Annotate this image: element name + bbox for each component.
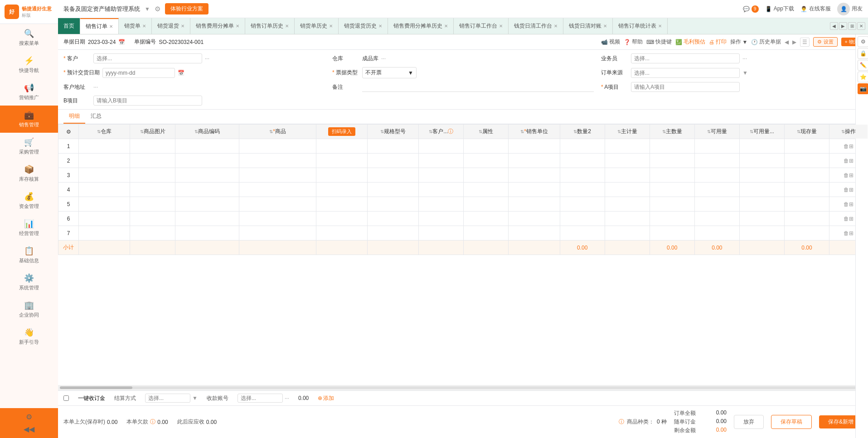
print-btn[interactable]: 🖨 打印 <box>709 38 727 46</box>
scroll-thumb[interactable] <box>60 386 132 389</box>
tab-sales-order[interactable]: 销售订单✕ <box>80 18 119 34</box>
tab-sales-order-workbench[interactable]: 销售订单工作台✕ <box>454 18 509 34</box>
sort-product-code[interactable]: ⇅ <box>194 129 198 134</box>
copy-row-3[interactable]: ⊞ <box>849 172 853 178</box>
online-service-btn[interactable]: 👨‍💼 在线客服 <box>800 5 831 13</box>
save-draft-button[interactable]: 保存草稿 <box>771 415 812 429</box>
delete-row-7[interactable]: 🗑 <box>844 230 849 236</box>
sort-spec-model[interactable]: ⇅ <box>380 129 384 134</box>
copy-row-6[interactable]: ⊞ <box>849 216 853 222</box>
delivery-calendar-icon[interactable]: 📅 <box>178 70 184 76</box>
tab-close-sales-refund-history[interactable]: ✕ <box>378 24 382 29</box>
tab-sales-return-history[interactable]: 销货单历史✕ <box>295 18 339 34</box>
customer-code-info[interactable]: ⓘ <box>448 128 453 135</box>
b-project-input[interactable] <box>93 96 202 106</box>
warehouse-more[interactable]: ··· <box>381 55 386 62</box>
sort-main-qty[interactable]: ⇅ <box>662 129 666 134</box>
delete-row-5[interactable]: 🗑 <box>844 201 849 207</box>
sidebar-item-basic-info[interactable]: 📋基础信息 <box>0 241 58 269</box>
next-page-btn[interactable]: ▶ <box>792 39 796 45</box>
list-view-btn[interactable]: ☰ <box>800 38 810 47</box>
copy-row-7[interactable]: ⊞ <box>849 230 853 236</box>
sort-product-name[interactable]: ⇅ <box>269 129 273 134</box>
sidebar-item-enterprise[interactable]: 🏢企业协同 <box>0 296 58 323</box>
tab-close-sales-summary[interactable]: ✕ <box>658 24 662 29</box>
tab-sales-refund-history[interactable]: 销货退货历史✕ <box>339 18 388 34</box>
delivery-date-input[interactable] <box>102 68 175 78</box>
copy-row-2[interactable]: ⊞ <box>849 158 853 164</box>
rp-camera-icon[interactable]: 📷 <box>858 83 868 94</box>
delete-row-3[interactable]: 🗑 <box>844 172 849 178</box>
goods-count-icon[interactable]: ⓘ <box>619 418 624 426</box>
tab-sales-summary[interactable]: 销售订单统计表✕ <box>613 18 668 34</box>
rp-lock-icon[interactable]: 🔒 <box>858 48 868 59</box>
current-debt-icon[interactable]: ⓘ <box>150 418 155 426</box>
tab-close-sales-expense-split[interactable]: ✕ <box>236 24 239 29</box>
bank-account-more[interactable]: ··· <box>285 395 289 401</box>
tab-close-sales-refund[interactable]: ✕ <box>181 24 184 29</box>
tab-close-all-btn[interactable]: ✕ <box>857 22 865 30</box>
sidebar-item-inventory[interactable]: 📦库存核算 <box>0 160 58 187</box>
prev-page-btn[interactable]: ◀ <box>785 39 789 45</box>
sidebar-settings[interactable]: ⚙ <box>26 413 32 421</box>
tab-close-sales-order-history[interactable]: ✕ <box>285 24 289 29</box>
tab-close-sales-expense-history[interactable]: ✕ <box>444 24 448 29</box>
tab-close-sales-return-history[interactable]: ✕ <box>329 24 333 29</box>
customer-input[interactable] <box>93 53 202 63</box>
user-menu[interactable]: 👤 用友 <box>837 3 863 15</box>
copy-row-4[interactable]: ⊞ <box>849 187 853 193</box>
sort-main-unit[interactable]: ⇅ <box>617 129 621 134</box>
topbar-arrow-down[interactable]: ▼ <box>145 6 150 12</box>
tab-cash-reconcile[interactable]: 钱货日清对账✕ <box>563 18 613 34</box>
app-download-btn[interactable]: 📱 App下载 <box>765 5 794 13</box>
remarks-input[interactable] <box>362 82 594 92</box>
sort-available[interactable]: ⇅ <box>707 129 711 134</box>
salesperson-more[interactable]: ··· <box>742 55 747 62</box>
solution-button[interactable]: 体验行业方案 <box>165 3 209 14</box>
settings-button[interactable]: ⚙ 设置 <box>813 37 837 47</box>
tab-cash-daily-clear[interactable]: 钱货日清工作台✕ <box>509 18 563 34</box>
sort-available2[interactable]: ⇅ <box>750 129 753 134</box>
tab-prev-btn[interactable]: ◀ <box>830 22 838 30</box>
invoice-type-select[interactable]: 不开票 ▼ <box>362 67 417 78</box>
sort-actions[interactable]: ⇅ <box>841 129 845 134</box>
sort-current-stock[interactable]: ⇅ <box>797 129 800 134</box>
rp-edit-icon[interactable]: ✏️ <box>858 60 868 71</box>
delete-row-6[interactable]: 🗑 <box>844 216 849 222</box>
copy-row-1[interactable]: ⊞ <box>849 143 853 149</box>
tab-close-cash-reconcile[interactable]: ✕ <box>603 24 607 29</box>
tab-expand-btn[interactable]: ⊞ <box>848 22 856 30</box>
bank-account-input[interactable] <box>238 394 283 403</box>
tab-close-cash-daily-clear[interactable]: ✕ <box>554 24 558 29</box>
tab-home[interactable]: 首页 <box>58 18 80 34</box>
order-source-input[interactable] <box>631 68 740 78</box>
salesperson-input[interactable] <box>631 53 740 63</box>
a-project-input[interactable] <box>631 82 740 92</box>
sidebar-item-operations[interactable]: 📊经营管理 <box>0 214 58 241</box>
detail-tab-detail[interactable]: 明细 <box>63 110 85 124</box>
tab-close-sales-order-workbench[interactable]: ✕ <box>499 24 503 29</box>
sidebar-item-marketing[interactable]: 📢营销推广 <box>0 78 58 106</box>
add-btn[interactable]: ⊕ 添加 <box>318 395 334 402</box>
sidebar-item-quick-nav[interactable]: ⚡快捷导航 <box>0 51 58 78</box>
detail-tab-summary[interactable]: 汇总 <box>85 110 107 124</box>
tab-sales-expense-history[interactable]: 销售费用分摊单历史✕ <box>388 18 454 34</box>
tab-sales-return[interactable]: 销货单✕ <box>119 18 152 34</box>
profit-btn[interactable]: 💹 毛利预估 <box>675 38 705 46</box>
sort-product-image[interactable]: ⇅ <box>140 129 144 134</box>
payment-method-input[interactable] <box>145 394 190 403</box>
scroll-bar[interactable] <box>58 385 868 390</box>
scan-input-btn[interactable]: 扫码录入 <box>328 127 355 136</box>
discard-button[interactable]: 放弃 <box>734 415 764 429</box>
sidebar-item-search[interactable]: 🔍搜索菜单 <box>0 24 58 51</box>
tab-next-btn[interactable]: ▶ <box>839 22 847 30</box>
tab-sales-order-history[interactable]: 销售订单历史✕ <box>245 18 295 34</box>
sort-sales-unit[interactable]: ⇅ <box>520 129 524 134</box>
address-more[interactable]: ··· <box>93 84 98 90</box>
gear-icon[interactable]: ⚙ <box>155 5 160 13</box>
scroll-track[interactable] <box>60 386 866 389</box>
sidebar-item-guide[interactable]: 👋新手引导 <box>0 323 58 350</box>
delete-row-1[interactable]: 🗑 <box>844 143 849 149</box>
sidebar-item-sales[interactable]: 💼销售管理 <box>0 106 58 133</box>
sidebar-item-finance[interactable]: 💰资金管理 <box>0 187 58 214</box>
